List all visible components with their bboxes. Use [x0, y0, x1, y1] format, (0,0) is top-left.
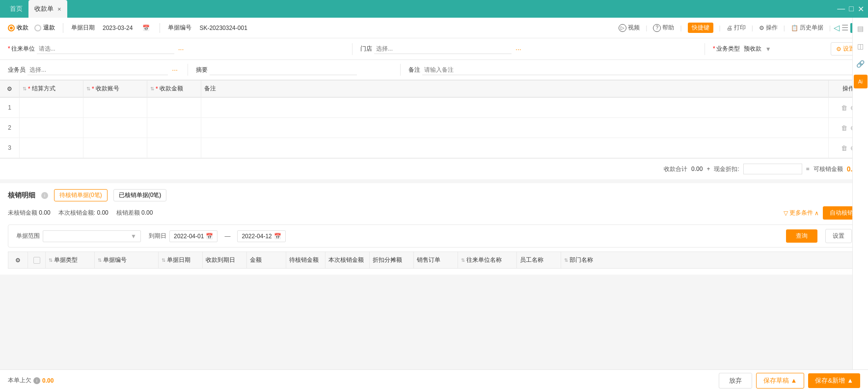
- window-maximize-icon[interactable]: □: [849, 4, 854, 13]
- total-value: 0.00: [691, 166, 703, 172]
- result-label: 可核销金额: [814, 165, 843, 173]
- verify-settings-btn[interactable]: 设置: [825, 229, 852, 243]
- nav-tab-receipt[interactable]: 收款单 ×: [28, 0, 67, 18]
- calendar-icon-date[interactable]: 📅: [142, 25, 150, 31]
- tab-pending-label: 待核销单据: [59, 192, 89, 198]
- row1-remark[interactable]: [201, 98, 829, 117]
- row2-remark[interactable]: [201, 118, 829, 138]
- vth-date-sort[interactable]: ⇅: [162, 257, 165, 263]
- abandon-button[interactable]: 放弃: [719, 373, 752, 389]
- due-start-date[interactable]: 2022-04-01 📅: [169, 230, 217, 242]
- query-button[interactable]: 查询: [786, 229, 817, 243]
- th-account-sort[interactable]: ⇅: [86, 86, 90, 91]
- row-num-3: 3: [0, 138, 20, 158]
- settings-gear-icon: ⚙: [836, 46, 841, 53]
- verify-info-icon[interactable]: i: [41, 192, 48, 199]
- sidebar-panel-icon[interactable]: ◫: [854, 39, 868, 53]
- row1-amount[interactable]: [147, 98, 201, 117]
- vth-dept-sort[interactable]: ⇅: [564, 257, 568, 263]
- row3-account[interactable]: [83, 138, 147, 158]
- radio-receive[interactable]: 收款: [8, 24, 28, 32]
- save-new-button[interactable]: 保存&新增 ▲: [808, 373, 860, 388]
- bottom-info-icon[interactable]: i: [33, 377, 40, 384]
- print-icon: 🖨: [727, 25, 732, 31]
- range-dropdown-arrow: ▼: [131, 233, 136, 240]
- verify-section: 核销明细 i 待核销单据(0笔) 已核销单据(0笔) 未核销金额 0.00 本次…: [0, 183, 868, 275]
- toolbar-shortcut[interactable]: 快捷键: [685, 22, 716, 34]
- partner-input[interactable]: [37, 44, 174, 54]
- sidebar-link-icon[interactable]: 🔗: [854, 57, 868, 71]
- store-input[interactable]: [374, 44, 512, 54]
- toolbar-history[interactable]: 📋 历史单据: [788, 23, 826, 33]
- th-account: ⇅ *收款账号: [83, 81, 147, 97]
- video-icon: ▷: [619, 24, 626, 32]
- table-settings-icon[interactable]: ⚙: [0, 81, 20, 97]
- shortcut-badge: 快捷键: [688, 23, 713, 33]
- save-draft-button[interactable]: 保存草稿 ▲: [756, 373, 805, 389]
- prev-value: 0.00: [42, 377, 54, 384]
- remark-label: 备注: [408, 66, 420, 74]
- layout-grid-icon[interactable]: ☰: [841, 23, 848, 33]
- help-icon: ?: [653, 24, 661, 32]
- toolbar-video[interactable]: ▷ 视频: [616, 23, 643, 33]
- sidebar-ai-icon[interactable]: Ai: [854, 75, 868, 88]
- vth-check[interactable]: [28, 252, 46, 268]
- row2-amount[interactable]: [147, 118, 201, 138]
- store-more-icon[interactable]: ···: [514, 45, 523, 53]
- row3-amount[interactable]: [147, 138, 201, 158]
- radio-refund[interactable]: 退款: [34, 24, 55, 32]
- row2-account[interactable]: [83, 118, 147, 138]
- partner-more-icon[interactable]: ···: [176, 45, 186, 53]
- vth-partner-sort[interactable]: ⇅: [461, 257, 465, 263]
- vth-recvdate: 收款到期日: [203, 252, 247, 268]
- row3-settle[interactable]: [20, 138, 83, 158]
- nav-tab-close[interactable]: ×: [57, 5, 61, 13]
- row1-settle[interactable]: [20, 98, 83, 117]
- nav-home[interactable]: 首页: [4, 0, 28, 18]
- row3-delete-icon[interactable]: 🗑: [841, 144, 847, 152]
- row2-settle[interactable]: [20, 118, 83, 138]
- staff-more-icon[interactable]: ···: [170, 66, 180, 74]
- sidebar-table-icon[interactable]: ▤: [854, 22, 868, 35]
- discount-input[interactable]: [743, 164, 802, 174]
- window-minimize-icon[interactable]: —: [837, 4, 845, 13]
- window-close-icon[interactable]: ✕: [858, 4, 864, 14]
- toolbar-ops[interactable]: ⚙ 操作: [756, 23, 781, 33]
- radio-group: 收款 退款: [8, 24, 55, 32]
- divider-4: [705, 43, 705, 55]
- history-icon: 📋: [791, 25, 798, 31]
- draft-arrow-icon: ▲: [791, 377, 797, 384]
- toolbar-help[interactable]: ? 帮助: [650, 23, 677, 33]
- date-range-sep: —: [220, 233, 234, 240]
- tab-done[interactable]: 已核销单据(0笔): [113, 189, 167, 201]
- row3-remark[interactable]: [201, 138, 829, 158]
- due-start-value: 2022-04-01: [174, 233, 204, 240]
- toolbar-print[interactable]: 🖨 打印: [724, 23, 749, 33]
- range-select[interactable]: ▼: [43, 230, 141, 242]
- th-settle-sort[interactable]: ⇅: [23, 86, 27, 91]
- plus-sign: +: [706, 166, 710, 172]
- more-conditions-btn[interactable]: ▽ 更多条件 ∧: [784, 209, 819, 217]
- divider-1: [63, 23, 63, 33]
- vth-partner: ⇅ 往来单位名称: [458, 252, 517, 268]
- radio-dot-receive: [8, 25, 15, 31]
- layout-left-icon[interactable]: ◁: [834, 23, 840, 33]
- date-value: 2023-03-24: [103, 25, 133, 31]
- vth-settings[interactable]: ⚙: [8, 252, 28, 268]
- th-amount-sort[interactable]: ⇅: [150, 86, 154, 91]
- remark-input[interactable]: [422, 65, 860, 75]
- due-end-date[interactable]: 2022-04-12 📅: [237, 230, 285, 242]
- tab-pending[interactable]: 待核销单据(0笔): [54, 189, 108, 201]
- vth-billno-sort[interactable]: ⇅: [98, 257, 102, 263]
- tab-done-count: (0笔): [148, 192, 162, 198]
- row1-account[interactable]: [83, 98, 147, 117]
- row2-delete-icon[interactable]: 🗑: [841, 124, 847, 132]
- select-all-checkbox[interactable]: [33, 257, 40, 264]
- summary-input[interactable]: [210, 65, 357, 75]
- row1-delete-icon[interactable]: 🗑: [841, 104, 847, 112]
- filter-right: ▽ 更多条件 ∧ 自动核销: [784, 206, 860, 220]
- vth-type-sort[interactable]: ⇅: [49, 257, 53, 263]
- business-dropdown-arrow[interactable]: ▼: [765, 46, 771, 53]
- th-settle: ⇅ *结算方式: [20, 81, 83, 97]
- staff-input[interactable]: [27, 65, 168, 75]
